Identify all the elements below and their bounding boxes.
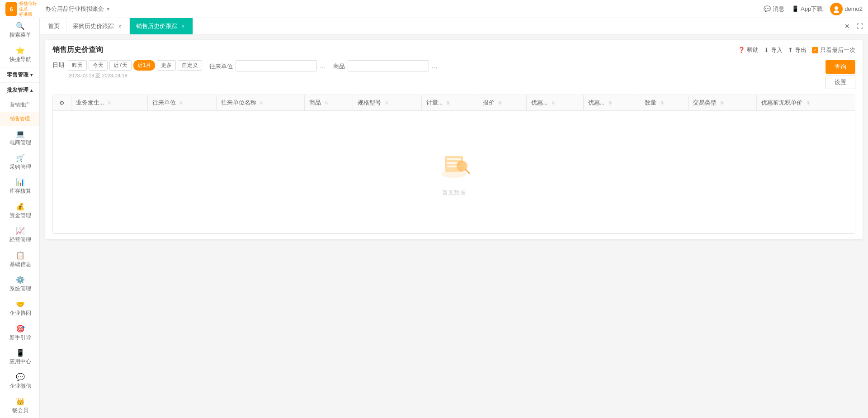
import-link[interactable]: ⬇ 导入 bbox=[764, 46, 783, 54]
finance-icon: 💰 bbox=[16, 202, 25, 211]
wechat-icon: 💬 bbox=[16, 373, 25, 381]
partner-filter-label: 往来单位 bbox=[209, 62, 233, 71]
sidebar-item-shortcuts[interactable]: ⭐ 快捷导航 bbox=[0, 43, 39, 67]
apps-icon: 📱 bbox=[16, 348, 25, 357]
col-spec[interactable]: 规格型号 ⇅ bbox=[353, 95, 421, 111]
search-icon: 🔍 bbox=[16, 22, 25, 30]
table-settings-icon[interactable]: ⚙ bbox=[59, 100, 65, 106]
col-partner-code[interactable]: 往来单位 ⇅ bbox=[148, 95, 216, 111]
settings-button[interactable]: 设置 bbox=[826, 76, 855, 89]
sidebar-item-system[interactable]: ⚙️ 系统管理 bbox=[0, 272, 39, 296]
col-pretax-price[interactable]: 优惠前无税单价 ⇅ bbox=[757, 95, 855, 111]
col-partner-name[interactable]: 往来单位名称 ⇅ bbox=[216, 95, 305, 111]
col-unit[interactable]: 计量... ⇅ bbox=[421, 95, 478, 111]
date-btn-custom[interactable]: 自定义 bbox=[178, 60, 202, 71]
sort-icon: ⇅ bbox=[660, 100, 664, 105]
date-btn-today[interactable]: 今天 bbox=[89, 60, 108, 71]
filter-row: 日期 昨天 今天 近7天 近1月 更多 自定义 2023-02-18 至 202… bbox=[52, 60, 855, 89]
col-goods[interactable]: 商品 ⇅ bbox=[305, 95, 353, 111]
col-price[interactable]: 报价 ⇅ bbox=[478, 95, 527, 111]
sidebar-item-member[interactable]: 👑 畅会员 bbox=[0, 394, 39, 418]
svg-point-2 bbox=[835, 6, 838, 10]
app-icon: 📱 bbox=[792, 5, 799, 12]
sidebar-item-ecommerce[interactable]: 💻 电商管理 bbox=[0, 126, 39, 150]
chevron-up-icon: ▴ bbox=[30, 88, 33, 93]
sidebar-section-retail: 零售管理 ▾ bbox=[0, 67, 39, 82]
workspace-title[interactable]: 办公用品行业模拟账套 ▾ bbox=[45, 5, 764, 13]
col-discount2[interactable]: 优惠... ⇅ bbox=[583, 95, 640, 111]
date-btn-more[interactable]: 更多 bbox=[157, 60, 176, 71]
date-filter: 昨天 今天 近7天 近1月 更多 自定义 2023-02-18 至 2023-0… bbox=[68, 60, 202, 79]
svg-text:6: 6 bbox=[10, 6, 13, 13]
date-filter-label: 日期 bbox=[52, 61, 64, 69]
sidebar-item-sales-mgmt[interactable]: 销售管理 bbox=[0, 112, 39, 126]
dropdown-icon[interactable]: ▾ bbox=[107, 5, 110, 12]
logo-area: 6 畅捷信好生意 标准版 bbox=[5, 1, 42, 17]
export-link[interactable]: ⬆ 导出 bbox=[788, 46, 807, 54]
empty-state-icon bbox=[436, 147, 472, 183]
date-btn-yesterday[interactable]: 昨天 bbox=[68, 60, 87, 71]
top-bar-right: 💬 消息 📱 App下载 demo2 bbox=[764, 3, 863, 15]
sidebar-item-ops[interactable]: 📈 经营管理 bbox=[0, 223, 39, 247]
close-purchase-tab-icon[interactable]: × bbox=[117, 23, 123, 29]
sidebar-item-wholesale[interactable]: 批发管理 ▴ bbox=[0, 83, 39, 98]
partner-dots-btn[interactable]: ... bbox=[320, 62, 326, 70]
export-icon: ⬆ bbox=[788, 47, 793, 53]
partner-filter-field: 往来单位 ... bbox=[209, 60, 326, 71]
empty-text: 暂无数据 bbox=[442, 189, 466, 197]
query-button[interactable]: 查询 bbox=[826, 60, 855, 74]
date-btn-7days[interactable]: 近7天 bbox=[109, 60, 132, 71]
date-btn-1month[interactable]: 近1月 bbox=[133, 60, 156, 71]
partner-input[interactable] bbox=[236, 60, 317, 71]
fullscreen-btn[interactable]: ⛶ bbox=[854, 20, 866, 33]
message-btn[interactable]: 💬 消息 bbox=[764, 5, 784, 13]
date-range-text: 2023-02-18 至 2023-03-18 bbox=[69, 72, 202, 79]
goods-dots-btn[interactable]: ... bbox=[432, 62, 438, 70]
sort-icon: ⇅ bbox=[806, 100, 810, 105]
table-container: ⚙ 业务发生... ⇅ 往来单位 ⇅ bbox=[52, 95, 855, 234]
purchase-icon: 🛒 bbox=[16, 154, 25, 162]
help-link[interactable]: ❓ 帮助 bbox=[738, 46, 759, 54]
close-sales-tab-icon[interactable]: × bbox=[180, 23, 186, 29]
app-download-btn[interactable]: 📱 App下载 bbox=[792, 5, 823, 13]
sort-icon: ⇅ bbox=[552, 100, 555, 105]
member-icon: 👑 bbox=[16, 397, 25, 406]
goods-input[interactable] bbox=[348, 60, 429, 71]
sidebar-item-inventory[interactable]: 📊 库存核算 bbox=[0, 174, 39, 199]
only-last-checkbox[interactable]: ✓ 只看最后一次 bbox=[812, 46, 855, 54]
sort-icon: ⇅ bbox=[325, 100, 328, 105]
tab-home[interactable]: 首页 bbox=[42, 18, 66, 34]
sidebar: 🔍 搜索菜单 ⭐ 快捷导航 零售管理 ▾ 批发管理 ▴ 营销推广 销售管理 bbox=[0, 18, 40, 418]
help-icon: ❓ bbox=[738, 47, 745, 53]
col-trade-type[interactable]: 交易类型 ⇅ bbox=[688, 95, 756, 111]
sort-icon: ⇅ bbox=[720, 100, 724, 105]
col-discount1[interactable]: 优惠... ⇅ bbox=[527, 95, 583, 111]
tab-purchase-history[interactable]: 采购历史价跟踪 × bbox=[66, 18, 130, 34]
top-bar: 6 畅捷信好生意 标准版 办公用品行业模拟账套 ▾ 💬 消息 📱 App下载 d… bbox=[0, 0, 868, 18]
col-qty[interactable]: 数量 ⇅ bbox=[640, 95, 689, 111]
col-biz-date[interactable]: 业务发生... ⇅ bbox=[71, 95, 148, 111]
user-avatar[interactable]: demo2 bbox=[830, 3, 863, 15]
sidebar-item-purchase[interactable]: 🛒 采购管理 bbox=[0, 150, 39, 175]
sidebar-item-finance[interactable]: 💰 资金管理 bbox=[0, 199, 39, 223]
tab-sales-history[interactable]: 销售历史价跟踪 × bbox=[130, 18, 193, 34]
sidebar-item-corp[interactable]: 🤝 企业协同 bbox=[0, 296, 39, 321]
sort-icon: ⇅ bbox=[259, 100, 263, 105]
basic-icon: 📋 bbox=[16, 251, 25, 260]
close-all-tabs-btn[interactable]: ✕ bbox=[841, 20, 854, 33]
page-content: 销售历史价查询 ❓ 帮助 ⬇ 导入 ⬆ 导出 bbox=[40, 34, 868, 418]
col-settings[interactable]: ⚙ bbox=[53, 95, 71, 111]
sidebar-item-marketing[interactable]: 营销推广 bbox=[0, 98, 39, 112]
sidebar-item-search[interactable]: 🔍 搜索菜单 bbox=[0, 18, 39, 43]
avatar bbox=[830, 3, 843, 15]
svg-line-11 bbox=[466, 170, 469, 173]
sidebar-item-retail[interactable]: 零售管理 ▾ bbox=[0, 67, 39, 82]
corp-icon: 🤝 bbox=[16, 300, 25, 309]
svg-rect-7 bbox=[447, 162, 458, 164]
sidebar-item-basic[interactable]: 📋 基础信息 bbox=[0, 247, 39, 272]
svg-rect-6 bbox=[447, 158, 461, 160]
import-icon: ⬇ bbox=[764, 47, 769, 53]
sidebar-item-guide[interactable]: 🎯 新手引导 bbox=[0, 321, 39, 345]
sidebar-item-wechat[interactable]: 💬 企业微信 bbox=[0, 369, 39, 394]
sidebar-item-apps[interactable]: 📱 应用中心 bbox=[0, 345, 39, 369]
